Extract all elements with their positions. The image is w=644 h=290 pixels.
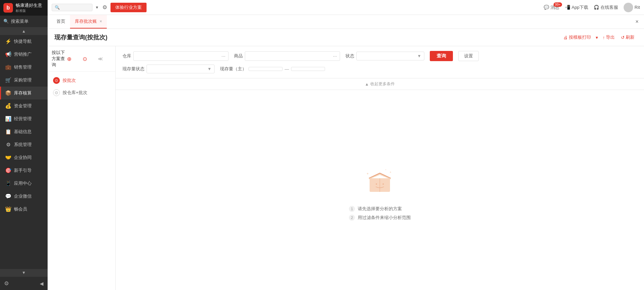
warehouse-filter-label: 仓库 — [122, 53, 131, 59]
sidebar-item-label-basic: 基础信息 — [14, 129, 32, 135]
inventory-status-dropdown-icon: ▼ — [207, 67, 211, 71]
status-filter-input[interactable]: ▼ — [356, 52, 424, 60]
sidebar-item-enterprise[interactable]: 🤝 企业协同 — [0, 151, 48, 164]
inventory-amount-min[interactable] — [249, 67, 283, 71]
query-area: 仓库 ··· 商品 ··· — [116, 46, 644, 290]
purchase-icon: 🛒 — [5, 77, 11, 83]
refresh-btn[interactable]: ↺ 刷新 — [618, 33, 637, 42]
sidebar-item-inventory[interactable]: 📦 库存核算 — [0, 87, 48, 99]
inventory-amount-separator: — — [285, 67, 289, 72]
inventory-amount-label: 现存量（主） — [220, 66, 247, 72]
enterprise-icon: 🤝 — [5, 155, 11, 161]
scheme-collapse-btn[interactable]: ≪ — [98, 56, 111, 61]
product-filter-label: 商品 — [234, 53, 243, 59]
tab-close-icon[interactable]: × — [100, 19, 102, 24]
settings-icon[interactable]: ⚙ — [4, 280, 9, 287]
scheme-item-by-warehouse-batch[interactable]: ⊙ 按仓库+批次 — [48, 87, 115, 99]
topbar-search-box[interactable]: 🔍 — [52, 4, 92, 11]
scheme-panel-title: 按以下方案查询 — [52, 50, 65, 68]
tab-home[interactable]: 首页 — [52, 15, 70, 29]
collapse-bar[interactable]: ▲ 收起更多条件 — [116, 78, 644, 90]
hint-number-2: 2 — [349, 215, 355, 221]
operation-icon: 📊 — [5, 116, 11, 122]
empty-icon-wrapper: ✦ ✦ ✦ — [359, 160, 400, 200]
print-dropdown-icon[interactable]: ▾ — [594, 34, 599, 41]
topbar-app-download[interactable]: 📲 App下载 — [565, 4, 588, 11]
sidebar-scroll-up[interactable]: ▲ — [0, 28, 48, 35]
empty-state: ✦ ✦ ✦ 1 请先选择要分析的方案 — [116, 90, 644, 290]
sidebar-item-guide[interactable]: 🎯 新手引导 — [0, 164, 48, 177]
inventory-amount-max[interactable] — [291, 67, 325, 71]
print-label: 按模板打印 — [569, 34, 591, 40]
sidebar-item-quick-nav[interactable]: ⚡ 快捷导航 — [0, 35, 48, 48]
empty-hint-2: 2 用过滤条件来缩小分析范围 — [349, 215, 411, 221]
topbar-search-icon: 🔍 — [55, 5, 60, 10]
sidebar-item-label-system: 系统管理 — [14, 142, 32, 148]
topbar-online-service[interactable]: 🎧 在线客服 — [594, 4, 618, 11]
sidebar-item-finance[interactable]: 💰 资金管理 — [0, 99, 48, 112]
scheme-list: ⊙ 按批次 ⊙ 按仓库+批次 — [48, 72, 115, 102]
sidebar-item-wechat[interactable]: 💬 企业微信 — [0, 190, 48, 203]
filter-row-2: 现存量状态 ▼ 现存量（主） — — [122, 65, 637, 73]
sidebar-item-purchase[interactable]: 🛒 采购管理 — [0, 74, 48, 87]
filter-item-product: 商品 ··· — [234, 51, 340, 61]
sidebar-item-label-operation: 经营管理 — [14, 116, 32, 122]
sidebar-scroll-down[interactable]: ▼ — [0, 269, 48, 276]
sidebar-item-label-member: 畅会员 — [14, 206, 27, 212]
query-btn[interactable]: 查询 — [430, 51, 453, 61]
online-service-label: 在线客服 — [600, 4, 618, 11]
online-service-icon: 🎧 — [594, 5, 599, 10]
basic-icon: 📋 — [5, 129, 11, 135]
scheme-item-by-batch[interactable]: ⊙ 按批次 — [48, 74, 115, 87]
empty-hints: 1 请先选择要分析的方案 2 用过滤条件来缩小分析范围 — [349, 206, 411, 221]
scheme-setting-btn[interactable]: ⊙ — [83, 56, 96, 62]
sidebar-item-marketing[interactable]: 📢 营销推广 — [0, 48, 48, 61]
hint-number-1: 1 — [349, 206, 355, 212]
svg-text:✦: ✦ — [385, 169, 387, 171]
topbar-user[interactable]: Rit — [624, 3, 640, 12]
product-more-icon[interactable]: ··· — [333, 53, 337, 59]
tabs-right: × — [634, 17, 640, 26]
filter-item-warehouse: 仓库 ··· — [122, 51, 228, 61]
tabs-bar: 首页 库存批次账 × × — [48, 15, 644, 29]
sidebar-item-label-enterprise: 企业协同 — [14, 155, 32, 161]
tab-inventory-batch[interactable]: 库存批次账 × — [70, 15, 107, 29]
sidebar-search[interactable]: 🔍 搜索菜单 — [0, 16, 48, 28]
sidebar-nav: ⚡ 快捷导航 📢 营销推广 💼 销售管理 🛒 采购管理 📦 库存核算 💰 资金管… — [0, 35, 48, 269]
topbar-message[interactable]: 💬 消息 99+ — [544, 4, 559, 11]
hint-text-1: 请先选择要分析的方案 — [358, 206, 402, 212]
print-icon: 🖨 — [563, 35, 568, 40]
status-dropdown-icon: ▼ — [417, 54, 421, 58]
user-name: Rit — [634, 5, 640, 10]
inventory-status-input[interactable]: ▼ — [147, 65, 215, 73]
hint-text-2: 用过滤条件来缩小分析范围 — [358, 215, 411, 221]
filter-item-inventory-amount: 现存量（主） — — [220, 66, 325, 72]
product-filter-input[interactable]: ··· — [245, 51, 340, 61]
topbar-dropdown-btn[interactable]: ▾ — [95, 4, 99, 11]
collapse-sidebar-icon[interactable]: ◀ — [40, 281, 44, 286]
app-download-icon: 📲 — [565, 5, 570, 10]
sidebar-item-basic[interactable]: 📋 基础信息 — [0, 125, 48, 138]
sidebar-item-member[interactable]: 👑 畅会员 — [0, 203, 48, 216]
status-filter-label: 状态 — [345, 53, 354, 59]
sidebar-item-app-center[interactable]: 📱 应用中心 — [0, 177, 48, 190]
sidebar-item-system[interactable]: ⚙ 系统管理 — [0, 138, 48, 151]
settings-btn[interactable]: 设置 — [458, 51, 479, 61]
warehouse-more-icon[interactable]: ··· — [221, 53, 225, 59]
sidebar-item-label-wechat: 企业微信 — [14, 193, 32, 199]
page-header-actions: 🖨 按模板打印 ▾ ↑ 导出 ↺ 刷新 — [561, 33, 638, 42]
warehouse-filter-input[interactable]: ··· — [133, 51, 228, 61]
sidebar-item-operation[interactable]: 📊 经营管理 — [0, 112, 48, 125]
message-badge: 99+ — [554, 2, 562, 7]
export-btn[interactable]: ↑ 导出 — [600, 33, 618, 42]
inventory-status-label: 现存量状态 — [122, 66, 145, 72]
scheme-add-btn[interactable]: ⊕ — [67, 56, 80, 62]
topbar-gear-btn[interactable]: ⚙ — [102, 3, 108, 11]
print-btn[interactable]: 🖨 按模板打印 — [561, 33, 594, 42]
sidebar-footer: ⚙ ◀ — [0, 276, 48, 290]
tabs-close-all-icon[interactable]: × — [634, 17, 640, 26]
collapse-icon: ▲ — [365, 82, 369, 87]
sidebar-item-sales[interactable]: 💼 销售管理 — [0, 61, 48, 74]
sidebar: b 畅康通好生意 标准版 🔍 搜索菜单 ▲ ⚡ 快捷导航 📢 营销推广 💼 销售… — [0, 0, 48, 290]
experience-btn[interactable]: 体验行业方案 — [111, 3, 147, 12]
